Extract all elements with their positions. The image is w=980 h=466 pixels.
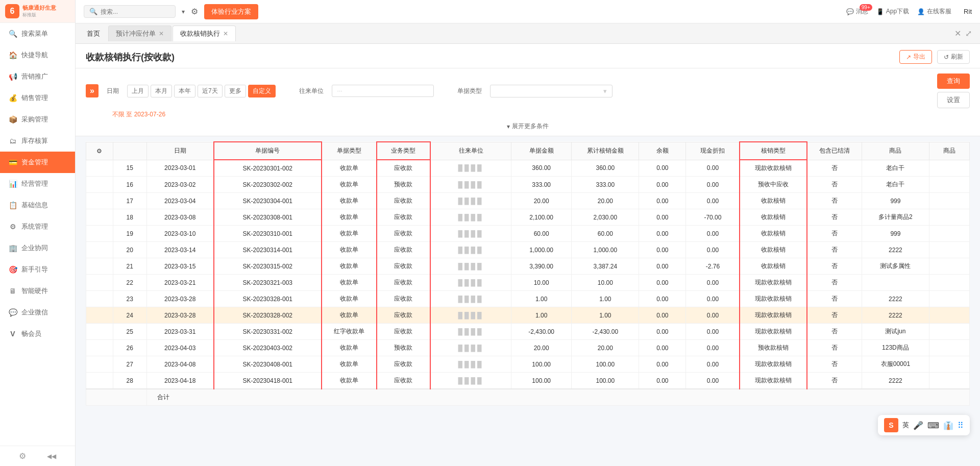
s-brand-icon: S — [884, 418, 898, 432]
expand-more-button[interactable]: ▾ 展开更多条件 — [507, 122, 549, 131]
th-amount[interactable]: 单据金额 — [511, 142, 572, 160]
system-icon: ⚙ — [8, 223, 17, 231]
sidebar-item-inventory[interactable]: 🗂 库存核算 — [0, 130, 75, 152]
sidebar-item-purchase[interactable]: 📦 采购管理 — [0, 109, 75, 130]
sidebar: 6 畅康通好生意 标推版 🔍 搜索菜单 🏠 快捷导航 📢 营销推广 💰 销售管理… — [0, 0, 76, 466]
sidebar-item-member[interactable]: V 畅会员 — [0, 323, 75, 345]
th-doc-no[interactable]: 单据编号 — [214, 142, 322, 160]
tab-close-payment-exec[interactable]: ✕ — [223, 30, 228, 37]
tab-maximize-icon[interactable]: ⤢ — [965, 29, 972, 38]
sidebar-item-guide[interactable]: 🎯 新手引导 — [0, 259, 75, 280]
sidebar-item-system[interactable]: ⚙ 系统管理 — [0, 216, 75, 237]
sidebar-item-wechat[interactable]: 💬 企业微信 — [0, 302, 75, 323]
topbar-search-input[interactable] — [101, 8, 162, 15]
float-mic-icon[interactable]: 🎤 — [913, 421, 923, 430]
settings-bottom-icon[interactable]: ⚙ — [19, 451, 26, 461]
collapse-icon[interactable]: ◀◀ — [47, 453, 56, 460]
table-row: 222023-03-21SK-20230321-003收款单应收款████10.… — [86, 275, 970, 291]
sidebar-item-quick-nav[interactable]: 🏠 快捷导航 — [0, 44, 75, 66]
page-title: 收款核销执行(按收款) — [86, 51, 175, 63]
doc-type-select[interactable]: ▾ — [490, 85, 612, 97]
th-doc-type[interactable]: 单据类型 — [322, 142, 377, 160]
tab-payment-exec[interactable]: 收款核销执行 ✕ — [173, 26, 236, 41]
sales-icon: 💰 — [8, 94, 17, 102]
th-total-writeoff[interactable]: 累计核销金额 — [572, 142, 639, 160]
sidebar-item-sales[interactable]: 💰 销售管理 — [0, 87, 75, 109]
table-row: 182023-03-08SK-20230308-001收款单应收款████2,1… — [86, 209, 970, 226]
table-area: ⚙ 日期 单据编号 单据类型 业务类型 往来单位 单据金额 累计核销金额 余额 … — [76, 141, 980, 466]
filter-expand-button[interactable]: » — [86, 84, 99, 97]
table-body: 152023-03-01SK-20230301-002收款单应收款████360… — [86, 160, 970, 389]
topbar-search-icon: 🔍 — [89, 8, 97, 15]
wechat-icon: 💬 — [8, 308, 17, 316]
table-row: 262023-04-03SK-20230403-002收款单预收款████20.… — [86, 340, 970, 356]
table-row: 202023-03-14SK-20230314-001收款单应收款████1,0… — [86, 242, 970, 258]
th-goods2[interactable]: 商品 — [929, 142, 969, 160]
float-grid-icon[interactable]: ⠿ — [958, 421, 964, 430]
solution-button[interactable]: 体验行业方案 — [204, 4, 258, 19]
sidebar-item-enterprise[interactable]: 🏢 企业协同 — [0, 237, 75, 259]
topbar-message[interactable]: 💬 消息 99+ — [846, 7, 868, 16]
inventory-icon: 🗂 — [8, 137, 17, 145]
filter-action-btns: 查询 设置 — [937, 73, 970, 108]
page-header: 收款核销执行(按收款) ↗ 导出 ↺ 刷新 — [76, 44, 980, 68]
topbar-app-download[interactable]: 📱 App下载 — [876, 7, 909, 16]
th-settings[interactable]: ⚙ — [86, 142, 113, 160]
refresh-icon: ↺ — [944, 54, 949, 61]
float-shirt-icon[interactable]: 👔 — [943, 421, 953, 430]
table-row: 232023-03-28SK-20230328-001收款单应收款████1.0… — [86, 291, 970, 307]
date-btn-this-month[interactable]: 本月 — [151, 85, 172, 97]
tab-close-icon[interactable]: ✕ — [954, 29, 961, 38]
sidebar-item-basic[interactable]: 📋 基础信息 — [0, 194, 75, 216]
th-writeoff-type[interactable]: 核销类型 — [740, 142, 807, 160]
sidebar-item-search[interactable]: 🔍 搜索菜单 — [0, 23, 75, 44]
th-goods[interactable]: 商品 — [862, 142, 929, 160]
topbar-dropdown[interactable]: ▾ — [182, 8, 185, 15]
service-icon: 👤 — [917, 8, 925, 15]
topbar-online-service[interactable]: 👤 在线客服 — [917, 7, 951, 16]
query-button[interactable]: 查询 — [937, 73, 970, 89]
hardware-icon: 🖥 — [8, 287, 17, 295]
th-date[interactable]: 日期 — [146, 142, 214, 160]
sidebar-item-finance[interactable]: 💳 资金管理 — [0, 152, 75, 173]
tab-close-prepay[interactable]: ✕ — [159, 30, 164, 37]
date-btn-more[interactable]: 更多 — [225, 85, 246, 97]
partner-input-box[interactable]: ··· — [332, 85, 434, 97]
setting-button[interactable]: 设置 — [937, 92, 970, 108]
tab-home[interactable]: 首页 — [80, 26, 107, 41]
date-btn-last-month[interactable]: 上月 — [127, 85, 149, 97]
table-row: 252023-03-31SK-20230331-002红字收款单应收款████-… — [86, 324, 970, 340]
topbar-search-box[interactable]: 🔍 — [84, 5, 176, 18]
table-row: 152023-03-01SK-20230301-002收款单应收款████360… — [86, 160, 970, 177]
date-btn-custom[interactable]: 自定义 — [248, 85, 276, 97]
sidebar-item-label: 搜索菜单 — [21, 29, 48, 38]
sidebar-bottom: ⚙ ◀◀ — [0, 446, 75, 466]
filter-area: » 日期 上月 本月 本年 近7天 更多 自定义 往来单位 ··· 单据类型 ▾ — [76, 68, 980, 136]
th-biz-type[interactable]: 业务类型 — [377, 142, 430, 160]
content-area: 收款核销执行(按收款) ↗ 导出 ↺ 刷新 » 日期 上月 本月 — [76, 44, 980, 466]
topbar: 🔍 ▾ ⚙ 体验行业方案 💬 消息 99+ 📱 App下载 👤 在线客服 Rit — [76, 0, 980, 23]
expand-more-row: ▾ 展开更多条件 — [86, 122, 970, 131]
date-btn-7days[interactable]: 近7天 — [198, 85, 223, 97]
float-keyboard-icon[interactable]: ⌨ — [927, 421, 939, 430]
export-button[interactable]: ↗ 导出 — [899, 50, 932, 64]
floating-toolbar: S 英 🎤 ⌨ 👔 ⠿ — [878, 415, 970, 435]
float-text-icon[interactable]: 英 — [902, 421, 909, 430]
date-range-display: 不限 至 2023-07-26 — [112, 110, 970, 119]
refresh-button[interactable]: ↺ 刷新 — [937, 50, 970, 64]
sidebar-item-marketing[interactable]: 📢 营销推广 — [0, 66, 75, 87]
topbar-gear-icon[interactable]: ⚙ — [191, 7, 198, 16]
sidebar-logo: 6 畅康通好生意 标推版 — [0, 0, 75, 23]
th-balance[interactable]: 余额 — [639, 142, 686, 160]
table-row: 282023-04-18SK-20230418-001收款单应收款████100… — [86, 373, 970, 389]
sidebar-item-hardware[interactable]: 🖥 智能硬件 — [0, 280, 75, 302]
th-incl-cleared[interactable]: 包含已结清 — [807, 142, 862, 160]
date-btn-this-year[interactable]: 本年 — [174, 85, 195, 97]
th-cash-discount[interactable]: 现金折扣 — [686, 142, 740, 160]
table-row: 212023-03-15SK-20230315-002收款单应收款████3,3… — [86, 258, 970, 275]
tab-prepay[interactable]: 预计冲应付单 ✕ — [108, 26, 172, 41]
th-partner[interactable]: 往来单位 — [430, 142, 511, 160]
partner-dots: ··· — [337, 87, 342, 94]
purchase-icon: 📦 — [8, 115, 17, 124]
sidebar-item-operations[interactable]: 📊 经营管理 — [0, 173, 75, 194]
